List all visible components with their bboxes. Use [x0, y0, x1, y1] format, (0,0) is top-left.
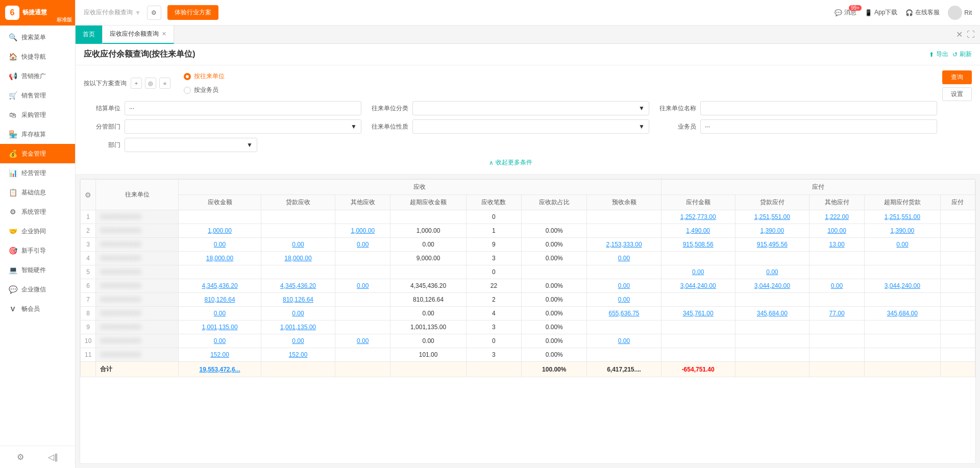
partner-cat-input[interactable]: ▼	[412, 101, 649, 115]
app-download-btn[interactable]: 📱 App下载	[865, 8, 897, 17]
tab-home[interactable]: 首页	[76, 26, 103, 44]
sidebar-item-quicknav[interactable]: 🏠 快捷导航	[0, 47, 75, 66]
sidebar-item-search[interactable]: 🔍 搜索菜单	[0, 28, 75, 47]
total-ar-amount[interactable]: 19,553,472,6...	[179, 362, 261, 377]
page-title: 应收应付余额查询(按往来单位)	[84, 49, 195, 60]
sidebar-label-inventory: 库存核算	[21, 130, 46, 139]
table-row: 8XXXXXXXXXX0.000.000.0040.00%655,636.753…	[81, 307, 975, 321]
tab-arquery-label: 应收应付余额查询	[110, 30, 159, 38]
filter-field-salesman: 业务员 ···	[659, 119, 937, 134]
filter-scheme: 按以下方案查询 + ◎ « 按往来单位	[84, 70, 937, 96]
sidebar-item-member[interactable]: V 畅会员	[0, 299, 75, 318]
scheme-option-salesman-label: 按业务员	[194, 86, 218, 94]
settlement-dots: ···	[129, 105, 134, 112]
collapse-label: 收起更多条件	[496, 158, 532, 167]
refresh-button[interactable]: ↺ 刷新	[952, 50, 972, 59]
member-icon: V	[8, 304, 17, 313]
query-button[interactable]: 查询	[942, 70, 972, 84]
tab-arquery[interactable]: 应收应付余额查询 ✕	[103, 26, 174, 44]
th-ar-loan: 贷款应收	[261, 195, 335, 210]
total-ap-overdue	[865, 362, 940, 377]
collab-icon: 🤝	[8, 227, 17, 236]
filter-settings-button[interactable]: 设置	[942, 87, 972, 101]
tab-expand-btn[interactable]: ⛶	[967, 30, 975, 39]
sidebar-nav: 🔍 搜索菜单 🏠 快捷导航 📢 营销推广 🛒 销售管理 🛍 采购管理 🏪 库存核…	[0, 26, 75, 446]
table-row: 5XXXXXXXXXX00.000.00	[81, 265, 975, 279]
sidebar-item-operations[interactable]: 📊 经营管理	[0, 163, 75, 183]
page-header-actions: ⬆ 导出 ↺ 刷新	[929, 50, 972, 59]
th-ap-extra: 应付	[940, 195, 975, 210]
department-input[interactable]: ▼	[125, 138, 257, 152]
sidebar-item-inventory[interactable]: 🏪 库存核算	[0, 125, 75, 144]
sidebar-item-marketing[interactable]: 📢 营销推广	[0, 66, 75, 86]
refresh-label: 刷新	[960, 50, 972, 59]
scheme-settings-btn[interactable]: ◎	[145, 78, 156, 89]
partner-name-cell: XXXXXXXXXX	[96, 279, 179, 293]
tab-close-btn[interactable]: ✕	[162, 31, 166, 37]
division-arrow: ▼	[351, 123, 357, 130]
sidebar-settings-btn[interactable]: ⚙	[17, 452, 24, 462]
sidebar-label-operations: 经营管理	[21, 169, 46, 178]
settlement-input[interactable]: ···	[125, 101, 361, 115]
department-label: 部门	[84, 141, 125, 150]
scheme-option-salesman[interactable]: 按业务员	[180, 84, 229, 96]
tab-close-window-btn[interactable]: ✕	[956, 30, 963, 39]
export-icon: ⬆	[929, 51, 934, 58]
total-ap-amount: -654,751.40	[661, 362, 735, 377]
sidebar-item-system[interactable]: ⚙ 系统管理	[0, 202, 75, 221]
scheme-collapse-btn[interactable]: «	[159, 78, 170, 89]
sidebar-collapse-btn[interactable]: ◁∥	[48, 452, 58, 462]
cta-button[interactable]: 体验行业方案	[167, 5, 218, 20]
table-row: 3XXXXXXXXXX0.000.000.000.0090.00%2,153,3…	[81, 238, 975, 252]
sidebar-item-sales[interactable]: 🛒 销售管理	[0, 86, 75, 105]
total-ar-other	[335, 362, 390, 377]
sidebar-item-hardware[interactable]: 💻 智能硬件	[0, 260, 75, 280]
partner-name-cell: XXXXXXXXXX	[96, 334, 179, 348]
partner-nature-label: 往来单位性质	[372, 122, 412, 131]
sidebar-item-purchase[interactable]: 🛍 采购管理	[0, 105, 75, 125]
settlement-label: 结算单位	[84, 104, 125, 113]
refresh-icon: ↺	[952, 51, 958, 58]
filter-area: 按以下方案查询 + ◎ « 按往来单位	[76, 65, 980, 175]
table-row: 9XXXXXXXXXX1,001,135.001,001,135.001,001…	[81, 321, 975, 334]
sidebar-item-collab[interactable]: 🤝 企业协同	[0, 221, 75, 241]
collapse-filter-btn[interactable]: ∧ 收起更多条件	[84, 156, 937, 169]
th-ar-amount: 应收金额	[179, 195, 261, 210]
division-input[interactable]: ▼	[125, 119, 361, 134]
table-row: 6XXXXXXXXXX4,345,436.204,345,436.200.004…	[81, 279, 975, 293]
scheme-option-partner[interactable]: 按往来单位	[180, 70, 229, 82]
topbar-gear-btn[interactable]: ⚙	[147, 6, 161, 20]
export-button[interactable]: ⬆ 导出	[929, 50, 948, 59]
sidebar-item-wechat[interactable]: 💬 企业微信	[0, 280, 75, 299]
salesman-input[interactable]: ···	[700, 119, 937, 134]
table-row: 1XXXXXXXXXX01,252,773.001,251,551.001,22…	[81, 210, 975, 224]
partner-name-input[interactable]	[700, 101, 937, 115]
export-label: 导出	[936, 50, 948, 59]
message-btn[interactable]: 💬 消息 99+	[835, 8, 856, 17]
filter-right-btns: 查询 设置	[942, 70, 972, 169]
scheme-option-dot-active	[184, 73, 191, 80]
th-settings[interactable]: ⚙	[81, 180, 96, 210]
edition-badge: 标准版	[57, 16, 72, 23]
total-ar-count	[466, 362, 521, 377]
partner-name-cell: XXXXXXXXXX	[96, 252, 179, 265]
scheme-add-btn[interactable]: +	[131, 78, 142, 89]
tab-actions: ✕ ⛶	[956, 30, 980, 39]
app-download-label: App下载	[874, 8, 897, 17]
sidebar-label-wechat: 企业微信	[21, 285, 46, 294]
online-service-btn[interactable]: 🎧 在线客服	[905, 8, 940, 17]
sidebar-item-newbie[interactable]: 🎯 新手引导	[0, 241, 75, 260]
partner-name-label: 往来单位名称	[659, 104, 700, 113]
filter-row-2: 分管部门 ▼ 往来单位性质 ▼	[84, 119, 937, 134]
sidebar-item-finance[interactable]: 💰 资金管理	[0, 144, 75, 163]
partner-cat-label: 往来单位分类	[372, 104, 412, 113]
partner-nature-input[interactable]: ▼	[412, 119, 649, 134]
sidebar-item-basic[interactable]: 📋 基础信息	[0, 183, 75, 202]
th-ar-other: 其他应收	[335, 195, 390, 210]
total-row: 合计 19,553,472,6... 100.00% 6,417,215....…	[81, 362, 975, 377]
inventory-icon: 🏪	[8, 130, 17, 139]
user-menu-btn[interactable]: Rit	[948, 6, 972, 20]
th-ar-count: 应收笔数	[466, 195, 521, 210]
table-row: 11XXXXXXXXXX152.00152.00101.0030.00%	[81, 348, 975, 362]
finance-icon: 💰	[8, 149, 17, 158]
